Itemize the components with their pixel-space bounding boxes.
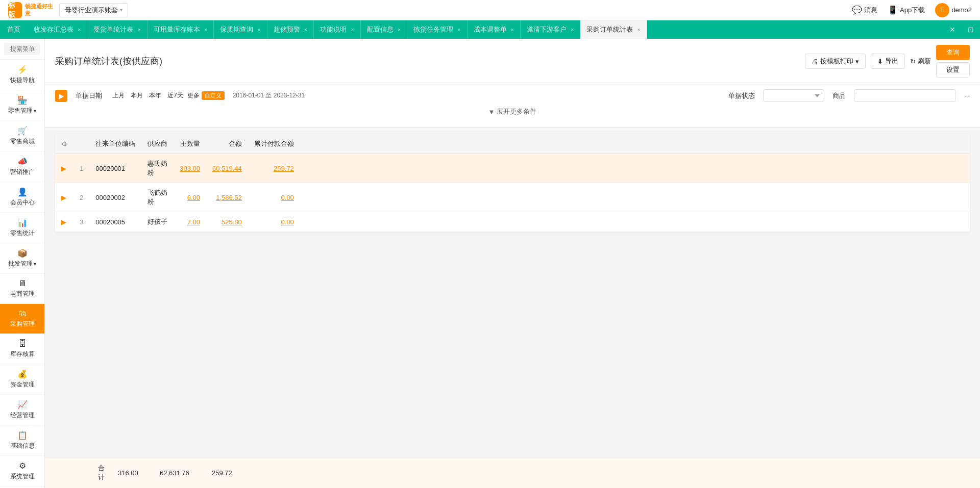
workspace-selector[interactable]: 母婴行业演示账套 ▾ (59, 3, 128, 17)
sidebar-item-marketing[interactable]: 📣 营销推广 (0, 151, 44, 182)
goods-search-more-icon[interactable]: ··· (964, 92, 970, 99)
message-icon: 💬 (852, 5, 862, 15)
row-qty[interactable]: 7.00 (174, 212, 206, 232)
tab-paihuorenwu[interactable]: 拣货任务管理 × (407, 20, 467, 39)
search-input[interactable] (4, 43, 40, 55)
date-filter-label: 单据日期 (76, 91, 102, 100)
tab-gongneng-close[interactable]: × (351, 27, 354, 33)
row-paid[interactable]: 0.00 (248, 183, 300, 212)
row-paid[interactable]: 259.72 (248, 154, 300, 183)
tab-chengben[interactable]: 成本调整单 × (468, 20, 521, 39)
marketing-label: 营销推广 (10, 168, 35, 176)
workspace-label: 母婴行业演示账套 (65, 6, 118, 15)
sidebar-item-retail[interactable]: 🏪 零售管理 ▾ (0, 90, 44, 121)
custom-date-badge[interactable]: 自定义 (202, 91, 225, 100)
tab-keyongliang-label: 可用量库存账本 (154, 25, 200, 34)
tab-gongneng[interactable]: 功能说明 × (314, 20, 360, 39)
export-button[interactable]: ⬇ 导出 (871, 54, 905, 69)
message-button[interactable]: 💬 消息 (852, 5, 877, 15)
tab-keyongliang-close[interactable]: × (204, 27, 207, 33)
shortcut-last-month[interactable]: 上月 (110, 90, 127, 101)
sidebar-item-ecom[interactable]: 🖥 电商管理 (0, 274, 44, 304)
sidebar-item-inventory[interactable]: 🗄 库存核算 (0, 334, 44, 364)
shortcut-more[interactable]: 更多 (187, 91, 200, 100)
table-row[interactable]: ▶ 2 00020002 飞鹤奶粉 6.00 1,586.52 0.00 (55, 183, 970, 212)
row-expand-icon[interactable]: ▶ (61, 194, 66, 201)
avatar-initials: E (940, 7, 944, 14)
row-supplier: 飞鹤奶粉 (141, 183, 174, 212)
sidebar-search-area (0, 39, 44, 60)
expand-more-label: 展开更多条件 (497, 107, 536, 116)
setting-button[interactable]: 设置 (936, 62, 970, 78)
tab-chengben-close[interactable]: × (511, 27, 514, 33)
tab-keyongliang[interactable]: 可用量库存账本 × (148, 20, 214, 39)
row-expand-icon[interactable]: ▶ (61, 165, 66, 172)
tab-paihuorenwu-close[interactable]: × (457, 27, 460, 33)
tab-peizhi-close[interactable]: × (398, 27, 401, 33)
tab-yaoqing-close[interactable]: × (571, 27, 574, 33)
table-row[interactable]: ▶ 3 00020005 好孩子 7.00 525.80 0.00 (55, 212, 970, 232)
retail-stat-label: 零售统计 (10, 229, 35, 238)
column-settings-icon[interactable]: ⚙ (61, 140, 67, 148)
tab-home[interactable]: 首页 (0, 20, 28, 39)
tab-chaochuyujing-close[interactable]: × (304, 27, 307, 33)
row-paid[interactable]: 0.00 (248, 212, 300, 232)
sidebar-item-basic[interactable]: 📋 基础信息 (0, 425, 44, 456)
ops-icon: 📈 (17, 400, 28, 409)
tab-baoyuqi[interactable]: 保质期查询 × (214, 20, 267, 39)
tab-close-all-button[interactable]: ✕ (943, 20, 962, 39)
tab-yaoqing[interactable]: 邀请下游客户 × (521, 20, 580, 39)
shortcut-7days[interactable]: 近7天 (165, 90, 185, 101)
sidebar-item-member[interactable]: 👤 会员中心 (0, 182, 44, 213)
tab-caigou[interactable]: 采购订单统计表 × (580, 20, 647, 39)
row-expand-icon[interactable]: ▶ (61, 218, 66, 226)
sidebar-item-quicknav[interactable]: ⚡ 快捷导航 (0, 60, 44, 90)
tab-yaohuo-close[interactable]: × (137, 27, 140, 33)
row-extra (300, 212, 970, 232)
shortcut-this-year[interactable]: 本年 (147, 90, 163, 101)
tab-shoufahuiyi[interactable]: 收发存汇总表 × (28, 20, 87, 39)
print-button[interactable]: 🖨 按模板打印 ▾ (805, 54, 866, 69)
row-qty[interactable]: 6.00 (174, 183, 206, 212)
tab-peizhi-label: 配置信息 (367, 25, 394, 34)
sidebar-item-retail-shop[interactable]: 🛒 零售商城 (0, 121, 44, 151)
row-extra (300, 154, 970, 183)
row-supplier: 好孩子 (141, 212, 174, 232)
tab-yaohuo[interactable]: 要货单统计表 × (87, 20, 147, 39)
row-amount[interactable]: 525.80 (206, 212, 248, 232)
filter-more-row: ▼ 展开更多条件 (55, 102, 970, 121)
user-profile[interactable]: E demo2 (935, 3, 972, 17)
retail-shop-label: 零售商城 (10, 137, 35, 146)
sidebar-item-retail-stat[interactable]: 📊 零售统计 (0, 213, 44, 243)
tab-caigou-close[interactable]: × (637, 27, 640, 33)
table-container: ⚙ 往来单位编码 供应商 主数量 金额 累计付款金额 ▶ 1 00020001 (45, 128, 980, 457)
marketing-icon: 📣 (17, 157, 28, 166)
sidebar-item-finance[interactable]: 💰 资金管理 (0, 364, 44, 395)
tab-baoyuqi-close[interactable]: × (257, 27, 260, 33)
sidebar: ⚡ 快捷导航 🏪 零售管理 ▾ 🛒 零售商城 📣 营销推广 👤 会员中心 📊 零… (0, 39, 45, 488)
app-download-button[interactable]: 📱 App下载 (888, 5, 925, 15)
sidebar-item-wholesale[interactable]: 📦 批发管理 ▾ (0, 243, 44, 274)
table-row[interactable]: ▶ 1 00020001 惠氏奶粉 303.00 60,519.44 259.7… (55, 154, 970, 183)
goods-search-input[interactable] (854, 89, 956, 102)
sidebar-item-ops[interactable]: 📈 经营管理 (0, 395, 44, 425)
top-bar: 标版 畅捷通好生意 母婴行业演示账套 ▾ 💬 消息 📱 App下载 E demo… (0, 0, 980, 20)
status-select[interactable] (763, 89, 824, 102)
member-label: 会员中心 (10, 198, 35, 207)
ecom-label: 电商管理 (10, 290, 35, 298)
row-qty[interactable]: 303.00 (174, 154, 206, 183)
tab-restore-button[interactable]: ⊡ (962, 20, 980, 39)
refresh-button[interactable]: ↻ 刷新 (910, 57, 931, 66)
tab-shoufahuiyi-close[interactable]: × (78, 27, 81, 33)
row-amount[interactable]: 60,519.44 (206, 154, 248, 183)
tab-peizhi[interactable]: 配置信息 × (361, 20, 407, 39)
sidebar-item-system[interactable]: ⚙ 系统管理 (0, 456, 44, 486)
sidebar-item-purchase[interactable]: 🛍 采购管理 (0, 304, 44, 334)
row-amount[interactable]: 1,586.52 (206, 183, 248, 212)
tab-chaochuyujing[interactable]: 超储预警 × (267, 20, 314, 39)
shortcut-this-month[interactable]: 本月 (129, 90, 145, 101)
filter-toggle-button[interactable]: ▶ (55, 90, 67, 102)
ops-label: 经营管理 (10, 411, 35, 420)
expand-more-button[interactable]: ▼ 展开更多条件 (488, 104, 537, 119)
query-button[interactable]: 查询 (936, 45, 970, 60)
